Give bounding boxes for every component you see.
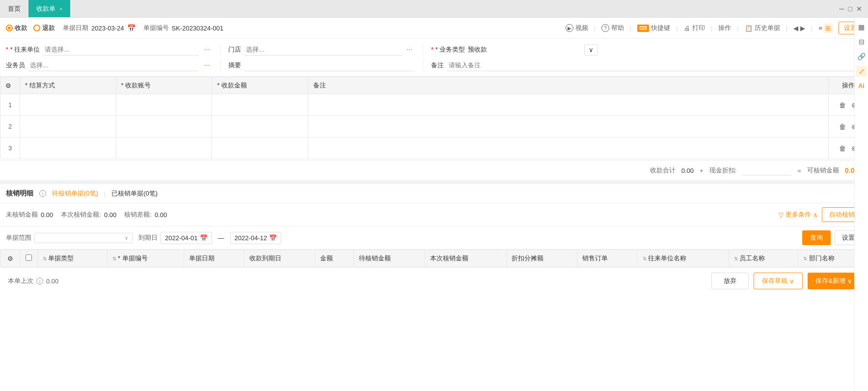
sidebar-icon-list[interactable]: ⊟ <box>856 36 867 47</box>
select-all-checkbox[interactable] <box>26 254 32 261</box>
bt-col-staff: ⇅ 员工名称 <box>729 250 798 267</box>
grid-icon[interactable]: ⊞ <box>823 24 833 33</box>
current-info-icon[interactable]: i <box>36 278 43 284</box>
partner-field: * * 往来单位 ··· <box>6 44 212 56</box>
list-icon[interactable]: ≡ <box>818 25 822 32</box>
date-from-field[interactable]: 2022-04-01 📅 <box>161 232 212 244</box>
summary-label: 摘要 <box>228 61 241 70</box>
row-index-3: 3 <box>0 138 20 159</box>
save-draft-button[interactable]: 保存草稿 ∨ <box>754 273 803 289</box>
current-label: 本单上次 <box>8 277 33 285</box>
chevron-down-icon: ∨ <box>589 46 594 54</box>
radio-receive[interactable]: 收款 <box>6 24 27 32</box>
filter-row: 单据范围 ∨ 到期日 2022-04-01 📅 — 2022-04-12 📅 <box>0 226 868 250</box>
diff-value: 0.00 <box>155 211 167 219</box>
bt-col-this: 本次核销金额 <box>425 250 506 267</box>
row-remark-3[interactable] <box>308 138 828 159</box>
business-type-dropdown[interactable]: ∨ <box>584 44 598 56</box>
print-btn[interactable]: 🖨 打印 <box>684 24 705 32</box>
tab-home[interactable]: 首页 <box>0 0 28 17</box>
hx-pending-tab[interactable]: 待核销单据(0笔) <box>52 189 98 198</box>
save-new-button[interactable]: 保存&新增 ∨ <box>808 273 860 289</box>
abandon-button[interactable]: 放弃 <box>711 273 749 289</box>
calendar-to-icon[interactable]: 📅 <box>269 234 277 242</box>
window-close-button[interactable]: ✕ <box>856 5 862 13</box>
avail-label: 可核销金额 <box>807 166 839 175</box>
shortcut-label: 快捷键 <box>651 24 670 32</box>
sort-arrows-number: ⇅ <box>112 256 116 261</box>
row-delete-3[interactable]: 🗑 <box>837 143 848 153</box>
radio-refund[interactable]: 退款 <box>33 24 55 32</box>
sidebar-icon-link[interactable]: 🔗 <box>856 51 867 62</box>
date-to-field[interactable]: 2022-04-12 📅 <box>230 232 282 244</box>
shop-label: 门店 <box>228 45 241 54</box>
row-amount-1[interactable] <box>212 94 308 116</box>
footer: 本单上次 i 0.00 放弃 保存草稿 ∨ 保存&新增 ∨ <box>0 267 868 294</box>
row-account-3[interactable] <box>116 138 212 159</box>
row-settlement-2[interactable] <box>20 116 116 138</box>
staff-input[interactable] <box>28 59 199 71</box>
tab-close-icon[interactable]: × <box>59 6 62 12</box>
next-arrow[interactable]: ▶ <box>800 25 805 32</box>
sort-arrows-partner: ⇅ <box>643 256 647 261</box>
window-minimize-button[interactable]: ─ <box>840 5 844 13</box>
col-amount-header: * 收款金额 <box>212 77 308 94</box>
discount-input[interactable] <box>742 166 791 175</box>
table-settings-icon[interactable]: ⚙ <box>5 82 11 89</box>
hx-info-icon[interactable]: i <box>39 190 46 197</box>
row-remark-1[interactable] <box>308 94 828 116</box>
range-field: 单据范围 ∨ <box>6 233 133 243</box>
row-amount-2[interactable] <box>212 116 308 138</box>
operate-btn[interactable]: 操作 <box>718 24 731 32</box>
current-value: 0.00 <box>46 278 58 285</box>
this-time-value: 0.00 <box>104 211 116 219</box>
table-row: 1 🗑 ⊕ <box>0 94 868 116</box>
row-amount-3[interactable] <box>212 138 308 159</box>
video-btn[interactable]: ▶ 视频 <box>566 24 588 32</box>
query-button[interactable]: 查询 <box>802 230 831 245</box>
row-account-1[interactable] <box>116 94 212 116</box>
range-select[interactable]: ∨ <box>34 233 133 243</box>
bt-col-checkbox[interactable] <box>20 250 38 267</box>
help-btn[interactable]: ? 帮助 <box>601 24 624 32</box>
row-account-2[interactable] <box>116 116 212 138</box>
sort-arrows-staff: ⇅ <box>734 256 738 261</box>
number-label: 单据编号 <box>143 24 169 32</box>
row-delete-1[interactable]: 🗑 <box>837 100 848 110</box>
help-icon: ? <box>601 24 609 32</box>
staff-more-icon[interactable]: ··· <box>202 61 212 70</box>
partner-input[interactable] <box>43 44 198 56</box>
bt-col-pending: 待核销金额 <box>354 250 425 267</box>
shortcut-btn[interactable]: ⌨ 快捷键 <box>637 24 670 32</box>
summary-row: 收款合计 0.00 + 现金折扣: = 可核销金额 0.00 <box>0 160 868 180</box>
hx-done-tab[interactable]: 已核销单据(0笔) <box>111 189 158 198</box>
sidebar-icon-table[interactable]: ▦ <box>856 22 867 32</box>
summary-field: 摘要 <box>228 59 415 71</box>
summary-input[interactable] <box>244 59 415 71</box>
range-chevron-icon: ∨ <box>125 235 128 241</box>
shop-input[interactable] <box>244 44 402 56</box>
history-btn[interactable]: 📋 历史单据 <box>745 24 780 32</box>
range-label: 单据范围 <box>6 233 31 242</box>
calendar-from-icon[interactable]: 📅 <box>200 234 208 242</box>
filter-icon: ▽ <box>779 211 784 219</box>
col-settings-header[interactable]: ⚙ <box>0 77 20 94</box>
total-value: 0.00 <box>681 167 694 174</box>
row-settlement-1[interactable] <box>20 94 116 116</box>
sidebar-icon-expand[interactable]: ⤢ <box>856 66 867 77</box>
tab-active[interactable]: 收款单 × <box>28 0 70 17</box>
footer-left: 本单上次 i 0.00 <box>8 277 58 285</box>
bt-col-settings[interactable]: ⚙ <box>0 250 20 267</box>
row-remark-2[interactable] <box>308 116 828 138</box>
row-delete-2[interactable]: 🗑 <box>837 122 848 132</box>
partner-more-icon[interactable]: ··· <box>202 45 212 54</box>
row-settlement-3[interactable] <box>20 138 116 159</box>
shop-more-icon[interactable]: ··· <box>405 45 415 54</box>
calendar-icon[interactable]: 📅 <box>127 24 136 32</box>
more-conditions-btn[interactable]: ▽ 更多条件 ∧ <box>779 210 818 219</box>
window-restore-button[interactable]: □ <box>848 5 852 13</box>
remark-input[interactable] <box>447 59 862 71</box>
prev-arrow[interactable]: ◀ <box>793 25 798 32</box>
layout-icons: ≡ ⊞ <box>818 24 833 33</box>
ai-label[interactable]: Ai <box>856 81 867 91</box>
